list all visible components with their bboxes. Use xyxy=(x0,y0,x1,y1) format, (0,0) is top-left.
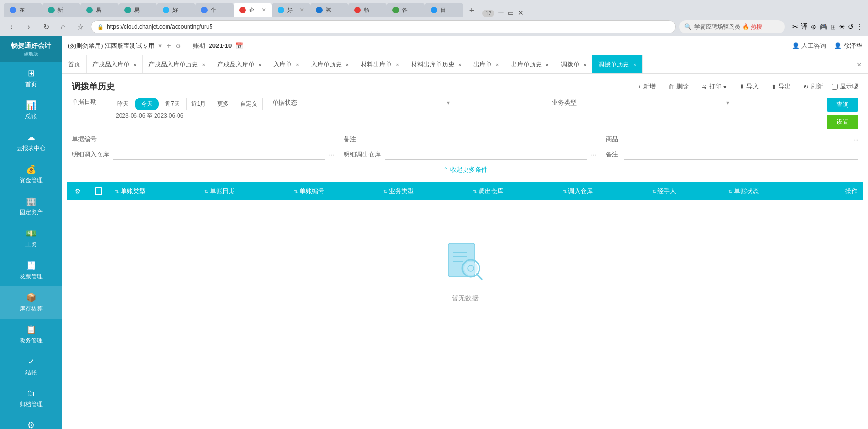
export-btn[interactable]: ⬆ 导出 xyxy=(768,80,795,93)
note-input[interactable] xyxy=(624,149,858,160)
page-tab-5[interactable]: 入库单历史 × xyxy=(305,55,355,74)
calendar-icon[interactable]: 📅 xyxy=(235,42,243,49)
page-tab-7-close[interactable]: × xyxy=(458,62,461,67)
date-more-btn[interactable]: 更多 xyxy=(212,98,234,110)
company-selector[interactable]: (勿删勿禁用) 江西服宝测试专用 ▼ xyxy=(68,42,163,50)
page-tab-4-close[interactable]: × xyxy=(296,62,299,67)
menu-icon[interactable]: ⋮ xyxy=(857,23,863,31)
detail-in-dots-icon[interactable]: ··· xyxy=(329,151,334,158)
import-btn[interactable]: ⬇ 导入 xyxy=(735,80,763,93)
query-button[interactable]: 查询 xyxy=(827,98,858,112)
sidebar-item-fixed-assets[interactable]: 🏢 固定资产 xyxy=(0,190,62,222)
page-tab-9-close[interactable]: × xyxy=(546,62,549,67)
date-today-btn[interactable]: 今天 xyxy=(135,98,159,110)
browser-tab-11[interactable]: 目 xyxy=(425,3,463,17)
address-bar[interactable]: 🔒 https://cloud.chanjet.com/accounting/u… xyxy=(91,20,676,33)
sidebar-item-inventory[interactable]: 📦 库存核算 xyxy=(0,286,62,319)
night-icon[interactable]: ☀ xyxy=(839,23,845,31)
page-tab-11[interactable]: 调拨单历史 × xyxy=(592,55,642,74)
page-tab-9[interactable]: 出库单历史 × xyxy=(505,55,555,74)
detail-out-dots-icon[interactable]: ··· xyxy=(591,151,596,158)
browser-tab-6[interactable]: 企 ✕ xyxy=(234,3,272,17)
sidebar-item-archive[interactable]: 🗂 归档管理 xyxy=(0,383,62,414)
browser-search[interactable]: 🔍 学霸应聘场驱鸟员 🔥 热搜 xyxy=(679,20,785,33)
date-custom-btn[interactable]: 自定义 xyxy=(235,98,263,110)
table-settings-icon[interactable]: ⚙ xyxy=(75,187,81,195)
goods-dots-icon[interactable]: ··· xyxy=(853,136,858,143)
browser-tab-7[interactable]: 好 ✕ xyxy=(272,3,310,17)
maximize-btn[interactable]: ▭ xyxy=(508,9,514,17)
add-company-btn[interactable]: + xyxy=(167,42,171,50)
company-settings-icon[interactable]: ⚙ xyxy=(175,42,181,50)
apps-icon[interactable]: ⊞ xyxy=(830,23,836,31)
doc-number-input[interactable] xyxy=(104,134,334,144)
sidebar-item-settings[interactable]: ⚙ 基础设置 xyxy=(0,414,62,429)
th-doc-date-sort-icon[interactable]: ⇅ xyxy=(204,189,208,194)
business-type-input[interactable] xyxy=(586,98,726,108)
th-in-warehouse-sort-icon[interactable]: ⇅ xyxy=(563,189,567,194)
browser-tab-10[interactable]: 各 xyxy=(387,3,425,17)
user-profile[interactable]: 👤 徐泽华 xyxy=(834,42,862,50)
browser-tab-9[interactable]: 畅 xyxy=(348,3,387,17)
display-checkbox[interactable] xyxy=(832,84,838,90)
service-btn[interactable]: 👤 人工咨询 xyxy=(792,42,826,50)
goods-input[interactable] xyxy=(624,134,849,144)
business-type-dropdown-icon[interactable]: ▾ xyxy=(726,99,729,106)
cut-icon[interactable]: ✂ xyxy=(792,23,798,31)
sidebar-item-invoice[interactable]: 🧾 发票管理 xyxy=(0,254,62,286)
page-tab-5-close[interactable]: × xyxy=(346,62,349,67)
page-tab-home[interactable]: 首页 xyxy=(62,55,87,74)
page-tab-10-close[interactable]: × xyxy=(583,62,586,67)
date-yesterday-btn[interactable]: 昨天 xyxy=(112,98,134,110)
date-month-btn[interactable]: 近1月 xyxy=(186,98,211,110)
sidebar-item-fund[interactable]: 💰 资金管理 xyxy=(0,158,62,190)
browser-tab-2[interactable]: 易 xyxy=(80,3,119,17)
browser-tab-3[interactable]: 易 xyxy=(119,3,157,17)
ext1-icon[interactable]: ⊕ xyxy=(811,23,816,31)
new-btn[interactable]: + 新增 xyxy=(634,80,659,93)
page-tab-3[interactable]: 产成品入库单 × xyxy=(211,55,267,74)
ext2-icon[interactable]: 🎮 xyxy=(819,23,827,31)
page-tabs-close-all[interactable]: ✕ xyxy=(851,61,868,68)
page-tab-4[interactable]: 入库单 × xyxy=(267,55,305,74)
date-7days-btn[interactable]: 近7天 xyxy=(160,98,185,110)
page-tab-6-close[interactable]: × xyxy=(396,62,399,67)
th-doc-number-sort-icon[interactable]: ⇅ xyxy=(294,189,298,194)
refresh-button[interactable]: ↻ xyxy=(39,20,53,33)
tab-close-7[interactable]: ✕ xyxy=(300,7,304,13)
page-tab-1[interactable]: 产成品入库单 × xyxy=(87,55,143,74)
status-dropdown-icon[interactable]: ▾ xyxy=(447,99,450,106)
page-tab-8[interactable]: 出库单 × xyxy=(467,55,505,74)
browser-tab-1[interactable]: 新 xyxy=(42,3,80,17)
forward-button[interactable]: › xyxy=(22,20,35,33)
tab-add-button[interactable]: + xyxy=(465,4,479,17)
th-business-type-sort-icon[interactable]: ⇅ xyxy=(383,189,387,194)
delete-btn[interactable]: 🗑 删除 xyxy=(664,80,692,93)
th-doc-type-sort-icon[interactable]: ⇅ xyxy=(115,189,119,194)
th-out-warehouse-sort-icon[interactable]: ⇅ xyxy=(473,189,477,194)
bookmark-button[interactable]: ☆ xyxy=(74,20,87,33)
page-tab-2[interactable]: 产成品入库单历史 × xyxy=(143,55,211,74)
home-button[interactable]: ⌂ xyxy=(56,20,70,33)
tab-close-6[interactable]: ✕ xyxy=(261,7,266,13)
sidebar-item-tax[interactable]: 📋 税务管理 xyxy=(0,319,62,351)
detail-out-input[interactable] xyxy=(385,149,587,160)
th-handler-sort-icon[interactable]: ⇅ xyxy=(652,189,656,194)
browser-tab-4[interactable]: 好 xyxy=(157,3,195,17)
undo-icon[interactable]: ↺ xyxy=(848,23,854,31)
th-doc-status-sort-icon[interactable]: ⇅ xyxy=(728,189,732,194)
page-tab-3-close[interactable]: × xyxy=(258,62,261,67)
remark-input[interactable] xyxy=(362,134,596,144)
browser-tab-0[interactable]: 在 xyxy=(4,3,42,17)
close-btn[interactable]: ✕ xyxy=(518,9,523,17)
page-tab-7[interactable]: 材料出库单历史 × xyxy=(405,55,467,74)
browser-tab-8[interactable]: 腾 xyxy=(310,3,348,17)
detail-in-input[interactable] xyxy=(113,149,325,160)
print-btn[interactable]: 🖨 打印 ▾ xyxy=(697,80,731,93)
translate-icon[interactable]: 译 xyxy=(801,22,808,31)
sidebar-item-ledger[interactable]: 📊 总账 xyxy=(0,94,62,126)
page-tab-11-close[interactable]: × xyxy=(633,62,636,67)
sidebar-item-salary[interactable]: 💵 工资 xyxy=(0,222,62,254)
status-input[interactable] xyxy=(306,98,447,108)
sidebar-item-cloud-report[interactable]: ☁ 云报表中心 xyxy=(0,126,62,158)
